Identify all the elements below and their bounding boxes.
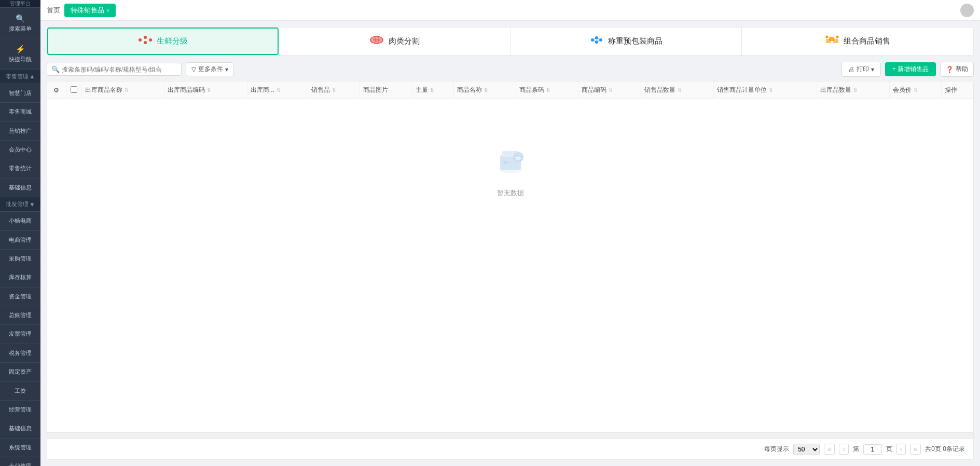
th-sale-unit[interactable]: 销售商品计量单位 ⇅ [713, 81, 817, 99]
sort-arrows-weight: ⇅ [430, 88, 434, 93]
th-out-code[interactable]: 出库商品编码 ⇅ [164, 81, 247, 99]
last-page-btn[interactable]: » [910, 444, 921, 455]
select-all-checkbox[interactable] [71, 86, 77, 93]
sidebar-item-mini-shop[interactable]: 小畅电商 [0, 212, 40, 230]
search-input[interactable] [62, 66, 177, 73]
sidebar-item-finance[interactable]: 资金管理 [0, 287, 40, 306]
sidebar-item-inventory[interactable]: 库存核算 [0, 268, 40, 287]
print-button[interactable]: 🖨 打印 ▾ [841, 62, 881, 77]
settings-icon: ⚙ [53, 87, 59, 94]
cat-tab-meat-cut[interactable]: 肉类分割 [279, 28, 510, 55]
cat-tab-fresh-grade[interactable]: 生鲜分级 [47, 28, 279, 55]
cat-tab-fresh-grade-label: 生鲜分级 [157, 36, 188, 46]
meat-cut-icon [369, 35, 384, 48]
sidebar-item-ecom[interactable]: 电商管理 [0, 231, 40, 250]
add-sale-item-button[interactable]: + 新增销售品 [885, 62, 936, 76]
th-out-code-label: 出库商品编码 [168, 86, 205, 94]
empty-icon [490, 141, 531, 182]
per-page-select[interactable]: 10 20 50 100 [793, 444, 820, 455]
th-out-name[interactable]: 出库商品名称 ⇅ [81, 81, 164, 99]
page-input[interactable] [863, 444, 882, 455]
filter-icon: ▽ [191, 66, 196, 73]
fresh-grade-icon [138, 35, 153, 48]
sidebar-item-smart-store[interactable]: 智慧门店 [0, 84, 40, 103]
chevron-down-icon: ▲ [30, 73, 35, 79]
svg-point-19 [825, 36, 828, 38]
prev-page-btn[interactable]: ‹ [839, 444, 848, 455]
th-check[interactable] [66, 81, 81, 99]
sidebar-item-basic-info[interactable]: 基础信息 [0, 179, 40, 197]
cat-tab-weight-pack-label: 称重预包装商品 [608, 36, 662, 46]
sort-arrows-out-spec: ⇅ [277, 88, 281, 93]
sort-arrows-out-name: ⇅ [125, 88, 129, 93]
th-member-price[interactable]: 会员价 ⇅ [889, 81, 941, 99]
svg-point-1 [144, 36, 147, 39]
empty-text: 暂无数据 [497, 188, 524, 198]
search-icon: 🔍 [51, 65, 60, 73]
th-sale-qty[interactable]: 销售品数量 ⇅ [641, 81, 713, 99]
th-action-label: 操作 [945, 86, 957, 93]
breadcrumb-home[interactable]: 首页 [47, 6, 60, 15]
active-tab[interactable]: 特殊销售品 × [64, 4, 116, 17]
th-member-price-label: 会员价 [893, 86, 912, 94]
tab-close-btn[interactable]: × [106, 7, 109, 13]
sidebar-item-tax[interactable]: 税务管理 [0, 344, 40, 363]
svg-rect-18 [833, 39, 838, 43]
filter-button[interactable]: ▽ 更多条件 ▾ [186, 62, 234, 76]
th-out-spec-label: 出库商... [251, 86, 274, 94]
print-label: 打印 [857, 65, 869, 74]
th-sale-item[interactable]: 销售品 ⇅ [308, 81, 360, 99]
sidebar-section-wholesale[interactable]: 批发管理 ▼ [0, 197, 40, 212]
sidebar-item-fixed-assets[interactable]: 固定资产 [0, 363, 40, 381]
sidebar-item-system[interactable]: 系统管理 [0, 438, 40, 457]
th-img[interactable]: 商品图片 [360, 81, 412, 99]
sidebar-item-retail-stats[interactable]: 零售统计 [0, 159, 40, 178]
sidebar-item-member[interactable]: 会员中心 [0, 141, 40, 159]
th-goods-name[interactable]: 商品名称 ⇅ [454, 81, 516, 99]
quick-nav-icon: ⚡ [2, 44, 38, 54]
svg-point-20 [836, 36, 838, 38]
sidebar-item-purchase[interactable]: 采购管理 [0, 250, 40, 268]
next-page-btn[interactable]: › [896, 444, 906, 455]
sidebar-item-ledger[interactable]: 总账管理 [0, 306, 40, 325]
th-sale-qty-label: 销售品数量 [644, 86, 675, 94]
toolbar-left: 🔍 ▽ 更多条件 ▾ [47, 62, 234, 76]
sort-arrows-goods-code: ⇅ [609, 88, 613, 93]
per-page-label: 每页显示 [764, 445, 789, 454]
sort-arrows-sale-unit: ⇅ [769, 88, 773, 93]
sidebar-item-retail-mall[interactable]: 零售商城 [0, 103, 40, 121]
cat-tab-weight-pack[interactable]: 称重预包装商品 [510, 28, 742, 55]
th-goods-name-label: 商品名称 [457, 86, 482, 94]
th-img-label: 商品图片 [363, 86, 388, 94]
data-table: ⚙ 出库商品名称 ⇅ [47, 81, 974, 460]
cat-tab-meat-cut-label: 肉类分割 [389, 36, 420, 46]
th-settings[interactable]: ⚙ [47, 81, 66, 99]
sort-arrows-out-qty: ⇅ [853, 88, 858, 93]
help-button[interactable]: ❓ 帮助 [940, 62, 974, 77]
th-sale-item-label: 销售品 [311, 86, 330, 94]
content-area: 生鲜分级 肉类分割 [40, 21, 980, 466]
cat-tab-combo[interactable]: 组合商品销售 [742, 28, 973, 55]
sidebar-section-retail[interactable]: 零售管理 ▲ [0, 70, 40, 84]
cat-tab-combo-label: 组合商品销售 [844, 36, 890, 46]
search-box[interactable]: 🔍 [47, 63, 182, 76]
th-out-qty[interactable]: 出库品数量 ⇅ [817, 81, 889, 99]
svg-point-3 [144, 41, 147, 44]
sidebar-item-operations[interactable]: 经营管理 [0, 401, 40, 419]
sidebar-item-salary[interactable]: 工资 [0, 382, 40, 401]
first-page-btn[interactable]: « [824, 444, 835, 455]
sidebar-item-promotion[interactable]: 营销推广 [0, 122, 40, 141]
sidebar-item-quick-nav[interactable]: ⚡ 快捷导航 [0, 38, 40, 69]
sidebar-item-cooperation[interactable]: 企业协同 [0, 457, 40, 466]
table-scroll[interactable]: ⚙ 出库商品名称 ⇅ [47, 81, 973, 432]
topbar-right [960, 4, 974, 17]
th-weight[interactable]: 主量 ⇅ [412, 81, 454, 99]
sidebar-item-base-info[interactable]: 基础信息 [0, 419, 40, 438]
th-barcode[interactable]: 商品条码 ⇅ [516, 81, 578, 99]
th-goods-code[interactable]: 商品编码 ⇅ [578, 81, 641, 99]
sidebar-item-search[interactable]: 🔍 搜索菜单 [0, 8, 40, 38]
th-out-spec[interactable]: 出库商... ⇅ [247, 81, 308, 99]
sidebar-item-invoice[interactable]: 发票管理 [0, 325, 40, 344]
total-label: 共0页 0条记录 [925, 445, 965, 454]
bottom-scrollbar[interactable] [47, 432, 973, 438]
